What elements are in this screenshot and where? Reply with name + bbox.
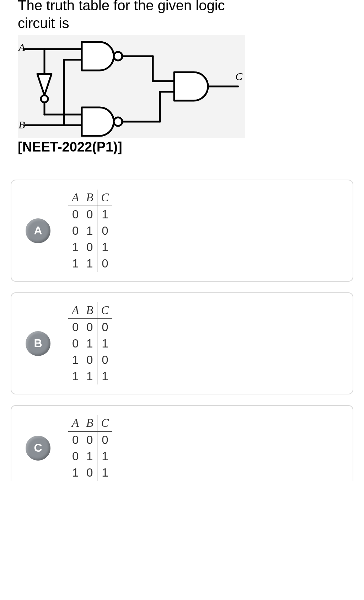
svg-point-10 <box>114 117 122 126</box>
circuit-label-a: A <box>18 41 25 53</box>
option-a-badge: A <box>26 218 50 243</box>
th-a: A <box>68 190 82 206</box>
th-c: C <box>97 415 112 431</box>
th-a: A <box>68 415 82 431</box>
circuit-label-c: C <box>235 70 242 83</box>
question-text: The truth table for the given logic circ… <box>18 0 346 32</box>
option-a-table: A B C 001 010 101 110 <box>68 190 112 272</box>
th-a: A <box>68 302 82 319</box>
option-c-card[interactable]: C A B C 000 011 101 <box>11 405 353 481</box>
table-row: 001 <box>68 206 112 223</box>
option-a-card[interactable]: A A B C 001 010 101 110 <box>11 180 353 282</box>
table-row: 000 <box>68 431 112 448</box>
source-tag: [NEET-2022(P1)] <box>18 139 346 155</box>
table-row: 011 <box>68 448 112 464</box>
option-b-card[interactable]: B A B C 000 011 100 111 <box>11 292 353 394</box>
table-row: 110 <box>68 255 112 272</box>
th-c: C <box>97 302 112 319</box>
th-b: B <box>82 190 97 206</box>
table-row: 000 <box>68 319 112 335</box>
question-line-2: circuit is <box>18 15 69 31</box>
table-row: 111 <box>68 368 112 384</box>
table-row: 101 <box>68 464 112 481</box>
svg-point-3 <box>41 95 48 102</box>
option-c-table: A B C 000 011 101 <box>68 415 112 481</box>
circuit-diagram: A B C <box>18 35 245 138</box>
circuit-label-b: B <box>18 119 25 131</box>
table-row: 010 <box>68 223 112 239</box>
table-row: 101 <box>68 239 112 255</box>
th-b: B <box>82 302 97 319</box>
option-b-badge: B <box>26 331 50 356</box>
question-block: The truth table for the given logic circ… <box>0 0 364 155</box>
option-c-badge: C <box>26 436 50 461</box>
table-row: 011 <box>68 335 112 352</box>
svg-point-9 <box>114 52 122 60</box>
option-b-table: A B C 000 011 100 111 <box>68 302 112 384</box>
question-line-1: The truth table for the given logic <box>18 0 225 13</box>
th-b: B <box>82 415 97 431</box>
circuit-svg <box>18 35 245 138</box>
svg-marker-2 <box>37 74 52 95</box>
th-c: C <box>97 190 112 206</box>
options-list: A A B C 001 010 101 110 B A B <box>0 180 364 481</box>
table-row: 100 <box>68 352 112 368</box>
